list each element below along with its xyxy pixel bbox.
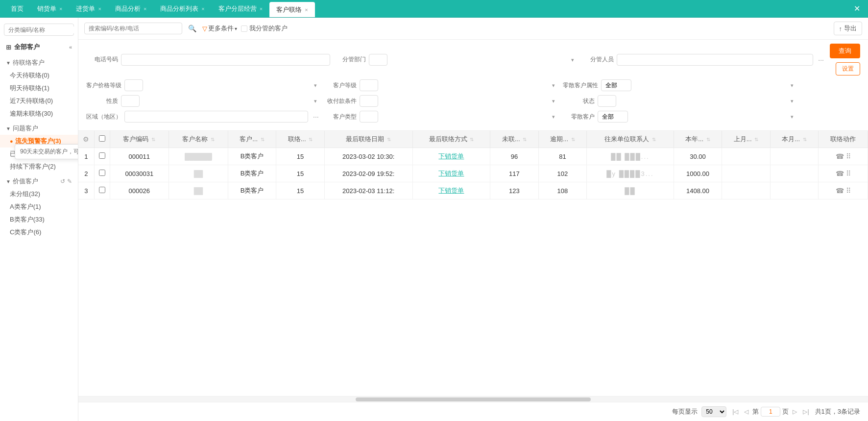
sidebar-item-today-pending[interactable]: 今天待联络(0) [0, 69, 78, 82]
sidebar-group-value[interactable]: ▼ 价值客户 ↺ ✎ [0, 175, 78, 188]
refresh-icon[interactable]: ↺ [60, 178, 65, 185]
tab-purchase-order[interactable]: 进货单 × [69, 0, 108, 17]
row3-select[interactable] [99, 187, 105, 193]
price-level-select[interactable] [124, 79, 143, 91]
scrollbar-thumb[interactable] [356, 397, 591, 401]
sidebar-item-7day-pending[interactable]: 近7天待联络(0) [0, 95, 78, 107]
next-page-btn[interactable]: ▷ [791, 407, 799, 416]
row1-more-icon[interactable]: ⠿ [846, 152, 851, 160]
row1-select[interactable] [99, 152, 105, 159]
filter-bar: 🔍 ▽ 更多条件 ▾ 我分管的客户 ↑ 导出 [78, 18, 868, 40]
tab-customer-segmentation-close[interactable]: × [260, 6, 263, 12]
sort-icon-person[interactable]: ⇅ [652, 137, 656, 142]
my-customers-toggle[interactable]: 我分管的客户 [241, 24, 288, 33]
chevron-down-icon: ▾ [235, 26, 237, 31]
row2-actions: ☎ ⠿ [819, 165, 868, 182]
settings-button[interactable]: 设置 [836, 62, 860, 75]
row1-last-method[interactable]: 下销货单 [412, 148, 490, 165]
row2-uncontact: 117 [490, 165, 538, 182]
arrow-icon-3: ▼ [6, 179, 11, 184]
tab-product-analysis[interactable]: 商品分析 × [108, 0, 153, 17]
app-close-btn[interactable]: ✕ [850, 4, 864, 13]
sort-icon-tmonth[interactable]: ⇅ [803, 137, 807, 142]
row3-contact-icon[interactable]: ☎ [836, 187, 844, 195]
row1-year: 30.00 [674, 148, 722, 165]
row2-name: ██ [169, 165, 228, 182]
row1-overdue: 81 [538, 148, 586, 165]
export-button[interactable]: ↑ 导出 [834, 22, 863, 35]
status-label: 状态 [563, 97, 595, 105]
customer-type-select[interactable] [360, 111, 378, 123]
tab-customer-contact-close[interactable]: × [305, 7, 308, 13]
sort-icon-contact[interactable]: ⇅ [309, 137, 313, 142]
tab-product-analysis-list[interactable]: 商品分析列表 × [153, 0, 211, 17]
row3-more-icon[interactable]: ⠿ [846, 187, 851, 195]
row1-contact-icon[interactable]: ☎ [836, 152, 844, 160]
sidebar-item-ungrouped[interactable]: 未分组(32) [0, 188, 78, 200]
dept-select[interactable] [369, 54, 387, 66]
first-page-btn[interactable]: |◁ [730, 407, 740, 416]
sidebar-group-pending[interactable]: ▼ 待联络客户 [0, 56, 78, 69]
tab-sales-order[interactable]: 销货单 × [30, 0, 69, 17]
phone-input[interactable] [121, 54, 330, 66]
horizontal-scrollbar[interactable] [78, 396, 868, 402]
edit-icon[interactable]: ✎ [67, 178, 72, 185]
tab-home[interactable]: 首页 [4, 0, 30, 17]
sidebar-item-class-c[interactable]: C类客户(6) [0, 226, 78, 239]
payment-select[interactable] [360, 95, 378, 107]
row3-last-method[interactable]: 下销货单 [412, 182, 490, 199]
row3-contact-count: 15 [276, 182, 324, 199]
region-input[interactable] [124, 111, 308, 123]
row2-year: 1000.00 [674, 165, 722, 182]
per-page-select[interactable]: 50 100 [701, 406, 726, 417]
sort-icon-lmonth[interactable]: ⇅ [754, 137, 758, 142]
sort-icon-overdue[interactable]: ⇅ [571, 137, 575, 142]
row2-last-method[interactable]: 下销货单 [412, 165, 490, 182]
tab-purchase-order-close[interactable]: × [98, 6, 101, 12]
sort-icon-code[interactable]: ⇅ [151, 137, 155, 142]
sidebar: 🔍 ⊞ 全部客户 « ▼ 待联络客户 今天待联络(0) 明天待联络(1) 近7天… [0, 18, 78, 421]
search-input[interactable] [84, 23, 182, 34]
sidebar-item-class-b[interactable]: B类客户(33) [0, 213, 78, 226]
tab-customer-contact[interactable]: 客户联络 × [269, 2, 314, 17]
tab-product-analysis-close[interactable]: × [144, 6, 146, 12]
row2-contact-icon[interactable]: ☎ [836, 170, 844, 177]
nature-label: 性质 [86, 97, 118, 105]
region-more-btn[interactable]: ··· [311, 113, 321, 121]
last-page-btn[interactable]: ▷| [801, 407, 811, 416]
sort-icon-name[interactable]: ⇅ [211, 137, 215, 142]
manager-more-btn[interactable]: ··· [816, 56, 826, 64]
sort-icon-ctype[interactable]: ⇅ [261, 137, 265, 142]
prev-page-btn[interactable]: ◁ [742, 407, 750, 416]
tab-product-analysis-list-close[interactable]: × [201, 6, 204, 12]
row2-select[interactable] [99, 170, 105, 176]
query-button[interactable]: 查询 [830, 44, 860, 58]
sort-icon-date[interactable]: ⇅ [387, 137, 391, 142]
customer-level-select[interactable] [360, 79, 378, 91]
page-number-input[interactable] [761, 407, 780, 417]
select-all-checkbox[interactable] [99, 135, 105, 142]
tab-customer-segmentation[interactable]: 客户分层经营 × [212, 0, 269, 17]
manager-input[interactable] [617, 54, 813, 66]
sidebar-all-customers[interactable]: ⊞ 全部客户 « [0, 40, 78, 54]
sidebar-item-class-a[interactable]: A类客户(1) [0, 200, 78, 213]
tab-sales-order-close[interactable]: × [59, 6, 62, 12]
retail-attr-select[interactable]: 全部 [601, 79, 631, 91]
sidebar-item-overdue-pending[interactable]: 逾期未联络(30) [0, 107, 78, 120]
table-settings-icon[interactable]: ⚙ [83, 135, 89, 143]
sidebar-item-tomorrow-pending[interactable]: 明天待联络(1) [0, 82, 78, 95]
sort-icon-year[interactable]: ⇅ [706, 137, 710, 142]
row1-checkbox [94, 148, 110, 165]
sort-icon-method[interactable]: ⇅ [470, 137, 474, 142]
search-button[interactable]: 🔍 [186, 25, 198, 32]
more-conditions-btn[interactable]: ▽ 更多条件 ▾ [202, 24, 237, 33]
sidebar-search-input[interactable] [8, 26, 78, 33]
sidebar-item-declining[interactable]: 持续下滑客户(2) [0, 160, 78, 173]
sort-icon-uncontact[interactable]: ⇅ [523, 137, 527, 142]
status-select[interactable] [598, 95, 616, 107]
collapse-btn[interactable]: « [69, 44, 72, 50]
row2-more-icon[interactable]: ⠿ [846, 170, 851, 177]
sidebar-group-problem[interactable]: ▼ 问题客户 [0, 122, 78, 135]
retail-customer-select[interactable]: 全部 [598, 111, 628, 123]
nature-select[interactable] [121, 95, 140, 107]
